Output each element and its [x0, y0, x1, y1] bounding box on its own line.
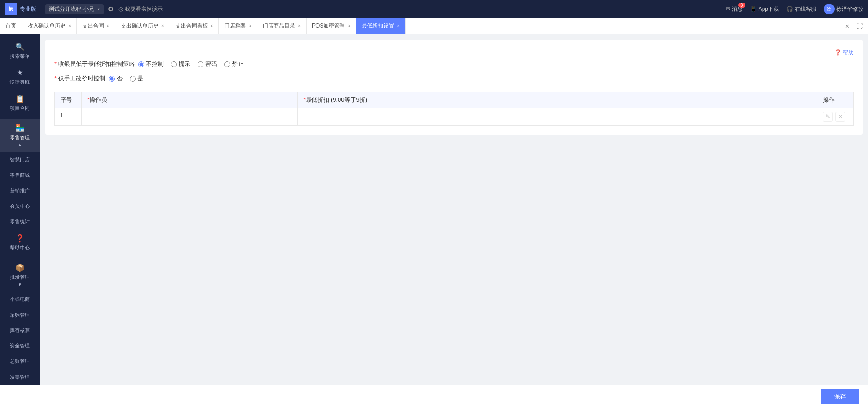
radio-remind[interactable]: 提示 — [171, 60, 190, 68]
retail-icon: 🏪 — [15, 124, 24, 132]
sidebar-label-purchase: 采购管理 — [10, 312, 30, 318]
col-min-discount: *最低折扣 (9.00等于9折) — [298, 92, 817, 108]
tab-income-confirm[interactable]: 收入确认单历史 × — [22, 18, 77, 34]
tab-pos-password-label: POS加密管理 — [312, 22, 345, 30]
sidebar-item-purchase[interactable]: 采购管理 — [0, 307, 40, 323]
sidebar-item-retail[interactable]: 🏪 零售管理 ▲ — [0, 119, 40, 152]
tab-payment-contract-close[interactable]: × — [107, 23, 109, 28]
tab-min-discount-label: 最低折扣设置 — [362, 22, 394, 30]
app-download-button[interactable]: 📱 App下载 — [750, 5, 779, 13]
tab-store-file[interactable]: 门店档案 × — [219, 18, 257, 34]
content-area: ❓ 帮助 * 收银员低于最低折扣控制策略 不控制 — [40, 34, 868, 385]
project-name: 测试分开流程-小兄 — [49, 5, 94, 13]
sidebar-label-ledger: 总账管理 — [10, 358, 30, 364]
table-container: 序号 *操作员 *最低折扣 (9.00等于9折) 操作 1 — [54, 92, 854, 126]
app-logo: 畅 专业版 — [5, 3, 41, 15]
sidebar-item-contract[interactable]: 📋 项目合同 — [0, 90, 40, 116]
tab-home-label: 首页 — [5, 22, 16, 30]
action-icons: ✎ ✕ — [823, 112, 848, 122]
sidebar-item-online-shop[interactable]: 零售商城 — [0, 167, 40, 183]
radio-password[interactable]: 密码 — [198, 60, 217, 68]
radio-no-control-input[interactable] — [138, 61, 144, 67]
radio-password-input[interactable] — [198, 61, 203, 67]
radio-password-label: 密码 — [205, 60, 217, 68]
tab-store-file-label: 门店档案 — [224, 22, 246, 30]
customer-service-icon: 🎧 — [786, 6, 793, 12]
tab-home[interactable]: 首页 — [0, 18, 22, 34]
radio-no-control-label: 不控制 — [146, 60, 164, 68]
radio-manual-no-input[interactable] — [109, 76, 115, 82]
tab-close-all-button[interactable]: × — [844, 22, 851, 31]
user-menu[interactable]: 徐 徐泽华修改 — [824, 4, 863, 14]
message-icon: ✉ — [726, 6, 730, 12]
tab-payment-confirm-close[interactable]: × — [161, 23, 164, 28]
retail-arrow-icon: ▲ — [18, 142, 22, 147]
page-card: ❓ 帮助 * 收银员低于最低折扣控制策略 不控制 — [45, 40, 863, 135]
page-help-link[interactable]: ❓ 帮助 — [835, 49, 854, 56]
radio-manual-yes[interactable]: 是 — [130, 75, 143, 83]
sidebar-item-invoice[interactable]: 发票管理 — [0, 369, 40, 385]
tab-store-file-close[interactable]: × — [249, 23, 251, 28]
sidebar-item-help[interactable]: ❓ 帮助中心 — [0, 230, 40, 255]
sidebar-label-inventory: 库存核算 — [10, 327, 30, 333]
sidebar-item-quicknav[interactable]: ★ 快捷导航 — [0, 64, 40, 89]
radio-no-control[interactable]: 不控制 — [138, 60, 164, 68]
sidebar-item-member[interactable]: 会员中心 — [0, 198, 40, 214]
sidebar-item-marketing[interactable]: 营销推广 — [0, 183, 40, 198]
cell-seq: 1 — [55, 108, 82, 126]
tabbar-actions: × ⛶ — [840, 18, 868, 34]
project-arrow-icon: ▾ — [98, 7, 100, 12]
app-version: 专业版 — [20, 5, 36, 13]
save-button[interactable]: 保存 — [821, 389, 859, 404]
tab-min-discount-close[interactable]: × — [397, 23, 400, 28]
radio-ban[interactable]: 禁止 — [224, 60, 244, 68]
topbar: 畅 专业版 测试分开流程-小兄 ▾ ⚙ ◎ 我要看实例演示 ✉ 消息 8 📱 A… — [0, 0, 868, 18]
tab-payment-board-close[interactable]: × — [211, 23, 213, 28]
cashier-label-text: 收银员低于最低折扣控制策略 — [58, 61, 135, 67]
sidebar-item-retail-stat[interactable]: 零售统计 — [0, 214, 40, 229]
tab-store-catalog[interactable]: 门店商品目录 × — [257, 18, 307, 34]
tab-payment-contract[interactable]: 支出合同 × — [77, 18, 115, 34]
tab-payment-confirm[interactable]: 支出确认单历史 × — [115, 18, 170, 34]
action-edit-button[interactable]: ✎ — [823, 112, 833, 122]
manual-label-text: 仅手工改价时控制 — [58, 75, 105, 82]
sidebar-item-inventory[interactable]: 库存核算 — [0, 323, 40, 338]
tab-payment-board[interactable]: 支出合同看板 × — [170, 18, 219, 34]
message-button[interactable]: ✉ 消息 8 — [726, 5, 743, 13]
sidebar-item-ecommerce[interactable]: 小畅电商 — [0, 291, 40, 307]
tab-expand-button[interactable]: ⛶ — [854, 22, 864, 31]
manual-control-row: * 仅手工改价时控制 否 是 — [54, 75, 854, 83]
radio-ban-input[interactable] — [224, 61, 230, 67]
tab-store-catalog-close[interactable]: × — [298, 23, 301, 28]
sidebar-item-wholesale[interactable]: 📦 批发管理 ▼ — [0, 259, 40, 291]
tab-min-discount[interactable]: 最低折扣设置 × — [356, 18, 406, 34]
topbar-settings-icon[interactable]: ⚙ — [108, 5, 114, 13]
message-badge: 8 — [738, 3, 745, 8]
col-operator: *操作员 — [82, 92, 298, 108]
demo-link[interactable]: ◎ 我要看实例演示 — [118, 5, 163, 13]
help-icon: ❓ — [15, 234, 24, 243]
action-delete-button[interactable]: ✕ — [835, 112, 845, 122]
cell-action: ✎ ✕ — [817, 108, 854, 126]
tab-pos-password-close[interactable]: × — [348, 23, 350, 28]
sidebar-item-ledger[interactable]: 总账管理 — [0, 353, 40, 369]
col-min-discount-required: * — [303, 96, 306, 103]
footer-bar: 保存 — [0, 385, 868, 408]
radio-manual-yes-input[interactable] — [130, 76, 136, 82]
tab-income-confirm-close[interactable]: × — [68, 23, 71, 28]
cashier-control-row: * 收银员低于最低折扣控制策略 不控制 提示 — [54, 60, 854, 68]
sidebar-item-search[interactable]: 🔍 搜索菜单 — [0, 38, 40, 64]
app-download-label: App下载 — [759, 5, 779, 13]
sidebar-label-marketing: 营销推广 — [10, 188, 30, 194]
sidebar-item-finance[interactable]: 资金管理 — [0, 338, 40, 353]
tab-pos-password[interactable]: POS加密管理 × — [307, 18, 356, 34]
sidebar-label-retail-stat: 零售统计 — [10, 218, 30, 225]
sidebar-item-smart-store[interactable]: 智慧门店 — [0, 152, 40, 167]
sidebar-label-retail: 零售管理 — [10, 134, 30, 141]
topbar-right: ✉ 消息 8 📱 App下载 🎧 在线客服 徐 徐泽华修改 — [726, 4, 863, 14]
cell-operator — [82, 108, 298, 126]
radio-manual-no[interactable]: 否 — [109, 75, 123, 83]
radio-remind-input[interactable] — [171, 61, 177, 67]
customer-service-button[interactable]: 🎧 在线客服 — [786, 5, 816, 13]
project-selector[interactable]: 测试分开流程-小兄 ▾ — [45, 4, 104, 14]
